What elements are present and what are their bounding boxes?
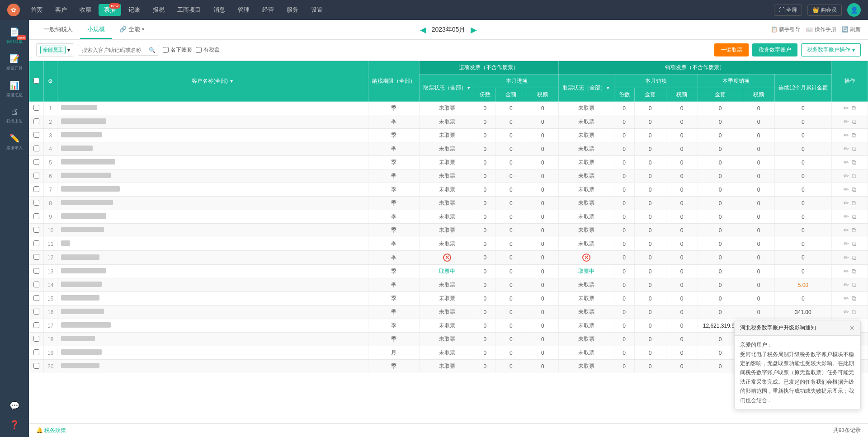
sidebar-item-summary[interactable]: 📊 票据汇总: [2, 77, 27, 102]
employee-select[interactable]: 全部员工 ▾: [36, 43, 74, 56]
edit-icon[interactable]: ✏: [844, 240, 849, 248]
copy-icon[interactable]: ⧉: [852, 145, 856, 153]
nav-manage[interactable]: 管理: [232, 4, 255, 16]
row-checkbox[interactable]: [33, 309, 39, 315]
nav-message[interactable]: 消息: [208, 4, 231, 16]
prev-month-button[interactable]: ◀: [420, 25, 426, 35]
tax-account-op-button[interactable]: 税务数字账户操作 ▾: [801, 43, 861, 56]
td-out-qty: 0: [614, 333, 634, 346]
name-blur: [61, 159, 115, 164]
edit-icon[interactable]: ✏: [844, 186, 849, 193]
copy-icon[interactable]: ⧉: [852, 172, 856, 180]
edit-icon[interactable]: ✏: [844, 295, 849, 302]
nav-home[interactable]: 首页: [25, 4, 48, 16]
copy-icon[interactable]: ⧉: [852, 226, 856, 234]
row-checkbox[interactable]: [33, 173, 39, 179]
row-checkbox[interactable]: [33, 363, 39, 369]
row-checkbox[interactable]: [33, 213, 39, 219]
notification-close-button[interactable]: ✕: [849, 324, 855, 332]
copy-icon[interactable]: ⧉: [852, 308, 856, 316]
edit-icon[interactable]: ✏: [844, 213, 849, 221]
row-checkbox[interactable]: [33, 118, 39, 124]
copy-icon[interactable]: ⧉: [852, 159, 856, 166]
row-checkbox[interactable]: [33, 186, 39, 192]
row-checkbox[interactable]: [33, 105, 39, 111]
sidebar-item-open-ticket[interactable]: 📝 发票开具: [2, 50, 27, 75]
edit-icon[interactable]: ✏: [844, 172, 849, 180]
checkbox-taxbox-input[interactable]: [196, 47, 202, 53]
member-button[interactable]: 👑 购会员: [807, 5, 842, 16]
nav-bookkeep[interactable]: 记账: [123, 4, 146, 16]
refresh-link[interactable]: 🔄 刷新: [842, 26, 861, 33]
nav-service[interactable]: 服务: [281, 4, 304, 16]
copy-icon[interactable]: ⧉: [852, 295, 856, 302]
nav-bizproject[interactable]: 工商项目: [172, 4, 206, 16]
copy-icon[interactable]: ⧉: [852, 186, 856, 193]
edit-icon[interactable]: ✏: [844, 226, 849, 234]
edit-icon[interactable]: ✏: [844, 159, 849, 166]
nav-receive[interactable]: 收票: [74, 4, 97, 16]
row-checkbox[interactable]: [33, 132, 39, 138]
status-out-unget: 未取票: [578, 118, 594, 125]
edit-icon[interactable]: ✏: [844, 308, 849, 316]
copy-icon[interactable]: ⧉: [852, 281, 856, 289]
row-checkbox[interactable]: [33, 159, 39, 165]
search-input[interactable]: [78, 45, 159, 56]
edit-icon[interactable]: ✏: [844, 118, 849, 126]
row-checkbox[interactable]: [33, 268, 39, 274]
checkbox-account-input[interactable]: [163, 47, 169, 53]
tab-full[interactable]: 🔗全能 ▾: [112, 21, 151, 39]
nav-customer[interactable]: 客户: [50, 4, 72, 16]
nav-ticket[interactable]: 票据 new: [99, 4, 121, 16]
edit-icon[interactable]: ✏: [844, 268, 849, 275]
copy-icon[interactable]: ⧉: [852, 254, 856, 262]
one-click-fetch-button[interactable]: 一键取票: [714, 43, 749, 56]
copy-icon[interactable]: ⧉: [852, 268, 856, 275]
copy-icon[interactable]: ⧉: [852, 199, 856, 207]
sidebar-item-entry[interactable]: ✏️ 票据录入: [2, 130, 27, 155]
row-checkbox[interactable]: [33, 227, 39, 233]
nav-tax[interactable]: 报税: [147, 4, 170, 16]
edit-icon[interactable]: ✏: [844, 145, 849, 153]
copy-icon[interactable]: ⧉: [852, 240, 856, 248]
new-guide-link[interactable]: 📋 新手引导: [771, 26, 801, 33]
row-checkbox[interactable]: [33, 336, 39, 342]
sidebar-item-smart-ticket[interactable]: 📄 智能取票 new: [2, 23, 27, 48]
tab-small-scale[interactable]: 小规模: [80, 21, 112, 39]
row-checkbox[interactable]: [33, 322, 39, 328]
sidebar-item-help[interactable]: ❓: [2, 416, 27, 433]
copy-icon[interactable]: ⧉: [852, 104, 856, 112]
nav-settings[interactable]: 设置: [306, 4, 328, 16]
checkbox-taxbox[interactable]: 有税盘: [196, 46, 220, 54]
tax-account-button[interactable]: 税务数字账户: [752, 43, 797, 56]
edit-icon[interactable]: ✏: [844, 281, 849, 289]
edit-icon[interactable]: ✏: [844, 199, 849, 207]
next-month-button[interactable]: ▶: [471, 25, 477, 35]
sidebar-item-scan[interactable]: 🖨 扫描上传: [2, 103, 27, 128]
row-checkbox[interactable]: [33, 146, 39, 151]
tax-policy-link[interactable]: 🔔 税务政策: [36, 427, 66, 434]
td-out-tax: 0: [666, 265, 698, 278]
copy-icon[interactable]: ⧉: [852, 213, 856, 221]
copy-icon[interactable]: ⧉: [852, 132, 856, 139]
edit-icon[interactable]: ✏: [844, 132, 849, 139]
select-all-checkbox[interactable]: [33, 78, 39, 84]
row-checkbox[interactable]: [33, 240, 39, 246]
copy-icon[interactable]: ⧉: [852, 118, 856, 126]
td-checkbox: [29, 210, 44, 224]
checkbox-account[interactable]: 名下账套: [163, 46, 192, 54]
nav-operation[interactable]: 经营: [257, 4, 279, 16]
row-checkbox[interactable]: [33, 254, 39, 260]
tab-general-taxpayer[interactable]: 一般纳税人: [36, 21, 80, 39]
row-checkbox[interactable]: [33, 295, 39, 301]
row-checkbox[interactable]: [33, 282, 39, 287]
search-icon[interactable]: 🔍: [149, 47, 156, 53]
sidebar-item-feedback[interactable]: 💬: [2, 397, 27, 414]
fullscreen-button[interactable]: ⛶ 全屏: [774, 5, 802, 16]
row-checkbox[interactable]: [33, 200, 39, 206]
user-avatar[interactable]: 👤: [847, 3, 861, 17]
row-checkbox[interactable]: [33, 349, 39, 355]
manual-link[interactable]: 📖 操作手册: [806, 26, 836, 33]
edit-icon[interactable]: ✏: [844, 104, 849, 112]
edit-icon[interactable]: ✏: [844, 254, 849, 262]
